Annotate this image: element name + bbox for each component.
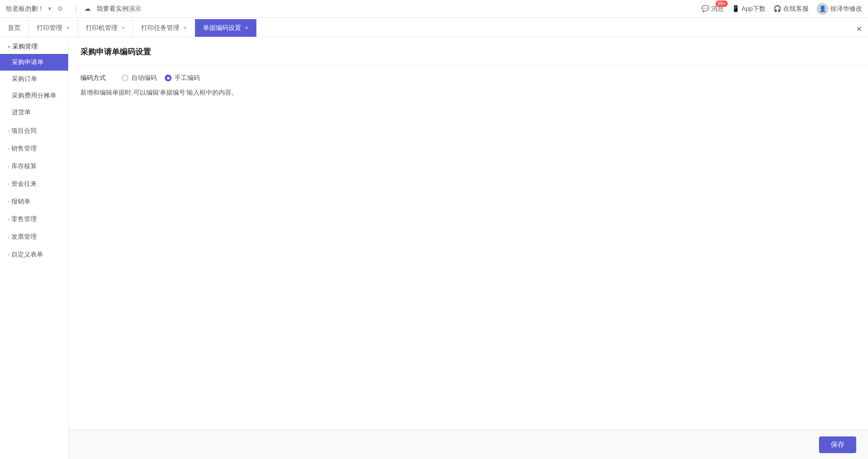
sidebar-item-purchase-request-label: 采购申请单 <box>12 58 44 66</box>
sidebar-group-retail[interactable]: › 零售管理 <box>0 210 68 228</box>
sidebar-group-sales-manage-label: 销售管理 <box>11 144 37 153</box>
tab-print-task-label: 打印任务管理 <box>141 24 179 32</box>
sidebar-item-purchase-order[interactable]: 采购订单 <box>0 71 68 87</box>
tab-printer-manage-label: 打印机管理 <box>86 24 118 32</box>
tab-printer-manage-close[interactable]: × <box>122 25 125 31</box>
purchase-arrow-icon: ▾ <box>8 44 10 50</box>
online-service-button[interactable]: 🎧 在线客服 <box>773 4 809 13</box>
content-area: 采购申请单编码设置 编码方式 自动编码 手工编码 <box>69 37 868 459</box>
tab-single-code-label: 单据编码设置 <box>203 24 241 32</box>
sidebar-group-purchase-label: 采购管理 <box>12 42 38 51</box>
tab-print-task-close[interactable]: × <box>183 25 187 31</box>
manual-code-option[interactable]: 手工编码 <box>165 74 200 82</box>
message-badge: 99+ <box>716 0 728 7</box>
coding-method-label: 编码方式 <box>80 74 110 82</box>
main-layout: ▾ 采购管理 采购申请单 采购订单 采购费用分摊单 进货单 › 项目合同 › 销… <box>0 37 868 459</box>
sidebar-item-purchase-order-label: 采购订单 <box>12 75 37 82</box>
retail-arrow-icon: › <box>8 217 9 222</box>
sidebar-group-capital[interactable]: › 资金往来 <box>0 175 68 192</box>
sidebar-group-inventory[interactable]: › 库存核算 <box>0 157 68 175</box>
manual-code-radio[interactable] <box>165 75 172 81</box>
radio-group: 自动编码 手工编码 <box>122 74 200 82</box>
avatar: 👤 <box>817 3 828 15</box>
tab-home-label: 首页 <box>8 24 21 32</box>
sidebar-item-purchase-request[interactable]: 采购申请单 <box>0 54 68 71</box>
tab-print-task[interactable]: 打印任务管理 × <box>133 19 195 37</box>
sidebar-item-stock-in[interactable]: 进货单 <box>0 104 68 121</box>
tab-printer-manage[interactable]: 打印机管理 × <box>78 19 133 37</box>
user-name: 徐泽华修改 <box>830 4 862 13</box>
user-menu-button[interactable]: 👤 徐泽华修改 <box>817 3 862 15</box>
tab-print-manage-label: 打印管理 <box>37 24 62 32</box>
custom-form-arrow-icon: › <box>8 252 9 257</box>
online-service-label: 在线客服 <box>783 4 809 13</box>
sidebar-group-returns[interactable]: › 报销单 <box>0 192 68 210</box>
app-icon: 📱 <box>732 5 740 12</box>
message-icon: 💬 <box>701 5 709 12</box>
invoice-arrow-icon: › <box>8 234 9 240</box>
tab-single-code[interactable]: 单据编码设置 × <box>195 19 257 37</box>
tab-home[interactable]: 首页 <box>0 19 29 37</box>
app-download-button[interactable]: 📱 App下数 <box>732 4 766 13</box>
coding-method-row: 编码方式 自动编码 手工编码 <box>80 74 856 82</box>
bottom-bar: 保存 <box>69 430 868 459</box>
headset-icon: 🎧 <box>773 5 781 12</box>
window-close-button[interactable]: ✕ <box>850 21 868 37</box>
save-button[interactable]: 保存 <box>819 436 856 453</box>
tab-print-manage[interactable]: 打印管理 × <box>29 19 78 37</box>
sidebar-group-invoice-label: 发票管理 <box>11 232 37 241</box>
capital-arrow-icon: › <box>8 181 9 187</box>
sidebar-item-purchase-expense[interactable]: 采购费用分摊单 <box>0 87 68 104</box>
sidebar-group-custom-form[interactable]: › 自定义表单 <box>0 245 68 263</box>
dropdown-icon[interactable]: ▾ <box>48 5 51 12</box>
sidebar-group-custom-form-label: 自定义表单 <box>11 250 43 259</box>
sidebar-group-purchase-title[interactable]: ▾ 采购管理 <box>0 37 68 54</box>
settings-icon[interactable]: ⚙ <box>57 5 63 12</box>
sidebar-group-project-contract-label: 项目合同 <box>11 127 37 135</box>
auto-code-option[interactable]: 自动编码 <box>122 74 157 82</box>
hint-text: 新增和编辑单据时,可以编辑'单据编号'输入框中的内容。 <box>80 88 856 97</box>
auto-code-radio[interactable] <box>122 75 128 81</box>
sidebar-item-purchase-expense-label: 采购费用分摊单 <box>12 92 56 99</box>
settings-section: 编码方式 自动编码 手工编码 新增和编辑单据时,可以编辑'单据编号'输入框中的内… <box>69 66 868 430</box>
sidebar-group-purchase: ▾ 采购管理 采购申请单 采购订单 采购费用分摊单 进货单 <box>0 37 68 121</box>
top-bar: 给老板勿删！ ▾ ⚙ | ☁ 我要看实例演示 💬 消息 99+ 📱 App下数 … <box>0 0 868 18</box>
sidebar-group-inventory-label: 库存核算 <box>11 162 37 171</box>
returns-arrow-icon: › <box>8 199 9 204</box>
tab-single-code-close[interactable]: × <box>245 25 248 31</box>
project-contract-arrow-icon: › <box>8 128 9 134</box>
sidebar: ▾ 采购管理 采购申请单 采购订单 采购费用分摊单 进货单 › 项目合同 › 销… <box>0 37 69 459</box>
top-bar-left: 给老板勿删！ ▾ ⚙ | ☁ 我要看实例演示 <box>6 4 141 13</box>
manual-code-label: 手工编码 <box>174 74 200 82</box>
sidebar-group-sales-manage[interactable]: › 销售管理 <box>0 139 68 157</box>
sidebar-item-stock-in-label: 进货单 <box>12 108 31 116</box>
content-header: 采购申请单编码设置 <box>69 37 868 66</box>
sidebar-group-capital-label: 资金往来 <box>11 179 37 188</box>
auto-code-label: 自动编码 <box>131 74 157 82</box>
sidebar-group-invoice[interactable]: › 发票管理 <box>0 228 68 245</box>
announcement-text: 给老板勿删！ <box>6 4 44 13</box>
tab-bar: 首页 打印管理 × 打印机管理 × 打印任务管理 × 单据编码设置 × ✕ <box>0 18 868 37</box>
tab-print-manage-close[interactable]: × <box>66 25 70 31</box>
sales-manage-arrow-icon: › <box>8 146 9 152</box>
top-bar-right: 💬 消息 99+ 📱 App下数 🎧 在线客服 👤 徐泽华修改 <box>701 3 862 15</box>
message-button[interactable]: 💬 消息 99+ <box>701 4 724 13</box>
sidebar-group-returns-label: 报销单 <box>11 197 30 206</box>
demo-link[interactable]: 我要看实例演示 <box>97 4 141 13</box>
app-download-label: App下数 <box>742 4 766 13</box>
inventory-arrow-icon: › <box>8 164 9 169</box>
sidebar-group-retail-label: 零售管理 <box>11 215 37 224</box>
page-title: 采购申请单编码设置 <box>80 47 856 57</box>
sidebar-group-project-contract[interactable]: › 项目合同 <box>0 122 68 139</box>
